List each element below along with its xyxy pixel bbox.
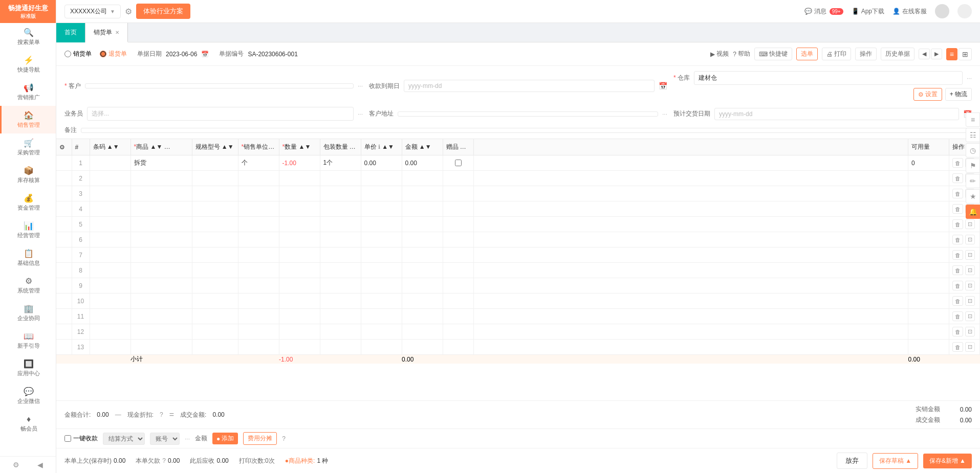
row-product-13[interactable] (130, 340, 192, 355)
rt-btn-6[interactable]: ★ (966, 189, 980, 204)
payment-account-select[interactable]: 账号 (150, 433, 180, 445)
row-ops-11[interactable]: 🗑 ⊡ (949, 309, 980, 324)
row-pack-4[interactable] (320, 201, 361, 217)
grid-view-btn[interactable]: ⊞ (959, 48, 972, 60)
row-unit-9[interactable] (238, 278, 279, 294)
row-price-9[interactable] (361, 278, 402, 294)
row-qty-7[interactable] (279, 247, 320, 263)
rt-btn-5[interactable]: ✏ (966, 174, 980, 188)
row-barcode-13[interactable] (90, 340, 130, 355)
due-date-input[interactable]: yyyy-mm-dd (404, 80, 655, 92)
row-spec-5[interactable] (192, 217, 238, 232)
row-barcode-10[interactable] (90, 294, 130, 309)
shortcut-btn[interactable]: ⌨ 快捷键 (754, 48, 792, 60)
row-pack-10[interactable] (320, 294, 361, 309)
row-copy-btn-9[interactable]: ⊡ (965, 281, 975, 290)
row-amount-10[interactable] (402, 294, 443, 309)
scan-btn[interactable]: 扫码录入 (164, 142, 192, 152)
overdue-help-icon[interactable]: ? (162, 457, 166, 464)
sidebar-item-basic[interactable]: 📋 基础信息 (0, 244, 56, 272)
row-delete-btn-9[interactable]: 🗑 (952, 281, 963, 290)
row-qty-13[interactable] (279, 340, 320, 355)
row-spec-2[interactable] (192, 171, 238, 186)
payment-dots[interactable]: ··· (185, 435, 190, 442)
row-gift-8[interactable] (443, 263, 473, 278)
row-price-11[interactable] (361, 309, 402, 324)
prev-record-btn[interactable]: ◀ (919, 49, 930, 59)
radio-return-order[interactable]: 退货单 (100, 50, 127, 58)
row-gift-4[interactable] (443, 201, 473, 217)
row-product-1[interactable]: 拆货 (130, 155, 192, 171)
row-gift-11[interactable] (443, 309, 473, 324)
row-spec-9[interactable] (192, 278, 238, 294)
row-gift-3[interactable] (443, 186, 473, 201)
col-settings[interactable]: ⚙ (56, 139, 72, 155)
video-link[interactable]: ▶ 视频 (710, 50, 729, 58)
rt-btn-1[interactable]: ≡ (966, 112, 980, 127)
salesman-dots[interactable]: ··· (358, 110, 363, 118)
row-spec-10[interactable] (192, 294, 238, 309)
row-pack-12[interactable] (320, 324, 361, 340)
sidebar-item-search[interactable]: 🔍 搜索菜单 (0, 23, 56, 51)
row-barcode-9[interactable] (90, 278, 130, 294)
row-delete-btn-4[interactable]: 🗑 (952, 204, 963, 214)
row-ops-10[interactable]: 🗑 ⊡ (949, 294, 980, 309)
row-gift-10[interactable] (443, 294, 473, 309)
row-qty-1[interactable]: -1.00 (279, 155, 320, 171)
row-unit-8[interactable] (238, 263, 279, 278)
rt-btn-3[interactable]: ◷ (966, 143, 980, 157)
date-calendar-icon[interactable]: 📅 (201, 51, 209, 58)
next-record-btn[interactable]: ▶ (931, 49, 942, 59)
row-unit-12[interactable] (238, 324, 279, 340)
sidebar-item-enterprise[interactable]: 🏢 企业协同 (0, 299, 56, 327)
row-amount-4[interactable] (402, 201, 443, 217)
notes-input[interactable] (81, 128, 972, 133)
row-pack-6[interactable] (320, 232, 361, 247)
setting-button[interactable]: ⚙ 设置 (913, 88, 942, 101)
row-ops-9[interactable]: 🗑 ⊡ (949, 278, 980, 294)
row-copy-btn-6[interactable]: ⊡ (965, 235, 975, 244)
help-link[interactable]: ? 帮助 (733, 50, 750, 58)
row-pack-7[interactable] (320, 247, 361, 263)
table-row[interactable]: 6 🗑 ⊡ (56, 232, 980, 247)
row-spec-1[interactable] (192, 155, 238, 171)
row-ops-7[interactable]: 🗑 ⊡ (949, 247, 980, 263)
row-product-10[interactable] (130, 294, 192, 309)
operate-btn[interactable]: 操作 (855, 48, 877, 60)
row-ops-8[interactable]: 🗑 ⊡ (949, 263, 980, 278)
sidebar-item-purchase[interactable]: 🛒 采购管理 (0, 133, 56, 161)
row-spec-7[interactable] (192, 247, 238, 263)
row-product-5[interactable] (130, 217, 192, 232)
row-amount-13[interactable] (402, 340, 443, 355)
row-gift-9[interactable] (443, 278, 473, 294)
sidebar-item-apps[interactable]: 🔲 应用中心 (0, 354, 56, 382)
row-product-4[interactable] (130, 201, 192, 217)
row-gift-2[interactable] (443, 171, 473, 186)
row-price-8[interactable] (361, 263, 402, 278)
row-copy-btn-8[interactable]: ⊡ (965, 265, 975, 275)
tab-close-icon[interactable]: ✕ (115, 30, 119, 35)
row-delete-btn-13[interactable]: 🗑 (952, 342, 963, 352)
row-product-2[interactable] (130, 171, 192, 186)
sidebar-item-wechat[interactable]: 💬 企业微信 (0, 382, 56, 410)
row-qty-6[interactable] (279, 232, 320, 247)
app-download-action[interactable]: 📱 App下载 (852, 7, 884, 16)
row-pack-8[interactable] (320, 263, 361, 278)
customer-dots[interactable]: ··· (358, 82, 363, 89)
row-delete-btn-7[interactable]: 🗑 (952, 250, 963, 260)
row-price-5[interactable] (361, 217, 402, 232)
row-amount-1[interactable]: 0.00 (402, 155, 443, 171)
settings-bottom-icon[interactable]: ⚙ (13, 461, 19, 469)
sidebar-item-finance[interactable]: 💰 资金管理 (0, 189, 56, 216)
row-delete-btn-1[interactable]: 🗑 (952, 158, 963, 168)
row-delete-btn-11[interactable]: 🗑 (952, 311, 963, 321)
tab-home[interactable]: 首页 (56, 23, 85, 42)
row-qty-11[interactable] (279, 309, 320, 324)
row-delete-btn-8[interactable]: 🗑 (952, 265, 963, 275)
row-amount-9[interactable] (402, 278, 443, 294)
row-price-10[interactable] (361, 294, 402, 309)
col-amount[interactable]: 金额 ▲▼ (402, 139, 443, 155)
table-row[interactable]: 2 🗑 ⊡ (56, 171, 980, 186)
row-product-8[interactable] (130, 263, 192, 278)
due-date-calendar-icon[interactable]: 📅 (659, 82, 667, 90)
